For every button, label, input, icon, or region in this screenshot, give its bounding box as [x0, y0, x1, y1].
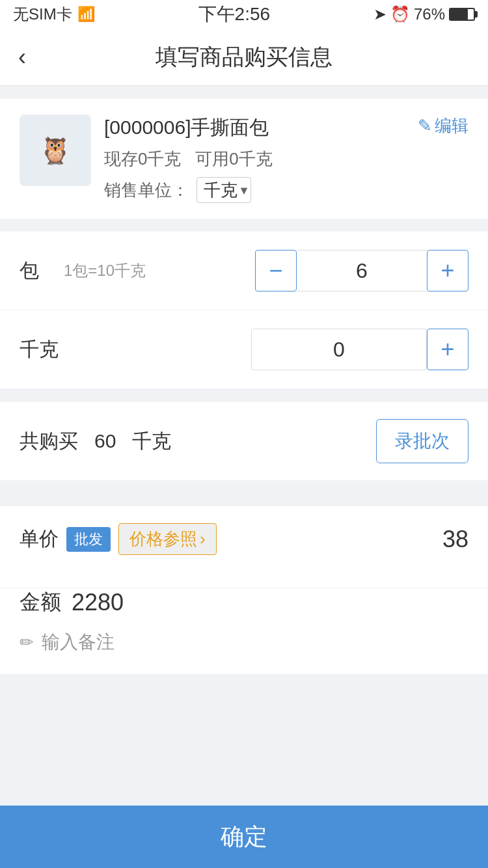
page-title: 填写商品购买信息	[156, 42, 332, 72]
status-left: 无SIM卡 📶	[13, 4, 95, 25]
battery-percent: 76%	[414, 5, 445, 23]
product-card: 🦉 [0000006]手撕面包 ✎ 编辑 现存0千克 可用0千克 销售单位： 千…	[0, 99, 488, 219]
quantity-controls-kg: +	[251, 329, 468, 370]
price-row: 单价 批发 价格参照 › 38	[20, 523, 468, 555]
total-text: 共购买 60 千克	[20, 428, 171, 455]
quantity-label-kg: 千克	[20, 336, 59, 363]
edit-icon: ✎	[418, 116, 432, 136]
time-display: 下午2:56	[198, 2, 271, 27]
alarm-icon: ⏰	[390, 5, 410, 23]
wifi-icon: 📶	[77, 6, 95, 23]
product-thumbnail: 🦉	[20, 115, 91, 186]
nav-bar: ‹ 填写商品购买信息	[0, 29, 488, 86]
total-row: 共购买 60 千克 录批次	[0, 402, 488, 480]
quantity-kg-input[interactable]	[251, 329, 427, 370]
pencil-icon: ✏	[20, 632, 34, 653]
status-bar: 无SIM卡 📶 下午2:56 ➤ ⏰ 76%	[0, 0, 488, 29]
price-value: 38	[442, 526, 468, 553]
remark-row[interactable]: ✏ 输入备注	[20, 630, 468, 655]
product-info: [0000006]手撕面包 ✎ 编辑 现存0千克 可用0千克 销售单位： 千克 …	[104, 115, 468, 203]
price-section: 单价 批发 价格参照 › 38	[0, 506, 488, 588]
quantity-row-kg: 千克 +	[0, 310, 488, 389]
product-name: [0000006]手撕面包	[104, 115, 269, 141]
status-right: ➤ ⏰ 76%	[373, 5, 475, 23]
product-stock: 现存0千克 可用0千克	[104, 148, 468, 170]
back-button[interactable]: ‹	[18, 44, 26, 71]
location-icon: ➤	[373, 5, 386, 23]
confirm-button[interactable]: 确定	[0, 806, 488, 868]
amount-value: 2280	[72, 589, 124, 616]
unit-select-wrap[interactable]: 千克 包 ▾	[197, 177, 251, 203]
product-thumb-icon: 🦉	[39, 135, 72, 166]
unit-select[interactable]: 千克 包	[197, 177, 251, 203]
amount-label: 金额	[20, 588, 61, 617]
separator	[0, 480, 488, 493]
quantity-hint-bao: 1包=10千克	[64, 260, 255, 281]
quantity-bao-input[interactable]	[297, 250, 427, 292]
amount-row: 金额 2280	[20, 588, 468, 617]
quantity-controls-bao: − +	[255, 250, 468, 292]
carrier-text: 无SIM卡	[13, 4, 72, 25]
increment-bao-button[interactable]: +	[427, 250, 468, 292]
battery-icon	[449, 8, 475, 21]
price-left: 单价 批发 价格参照 ›	[20, 523, 217, 555]
price-type-tag: 批发	[66, 527, 111, 552]
amount-section: 金额 2280 ✏ 输入备注	[0, 588, 488, 674]
price-ref-button[interactable]: 价格参照 ›	[118, 523, 217, 555]
increment-kg-button[interactable]: +	[427, 329, 468, 370]
edit-button[interactable]: ✎ 编辑	[418, 115, 468, 137]
quantity-section: 包 1包=10千克 − + 千克 +	[0, 232, 488, 389]
batch-button[interactable]: 录批次	[376, 419, 468, 463]
price-label: 单价	[20, 526, 59, 552]
quantity-row-bao: 包 1包=10千克 − +	[0, 232, 488, 310]
decrement-bao-button[interactable]: −	[255, 250, 297, 292]
quantity-label-bao: 包	[20, 258, 59, 284]
remark-placeholder: 输入备注	[42, 630, 115, 655]
product-unit-row: 销售单位： 千克 包 ▾	[104, 177, 468, 203]
